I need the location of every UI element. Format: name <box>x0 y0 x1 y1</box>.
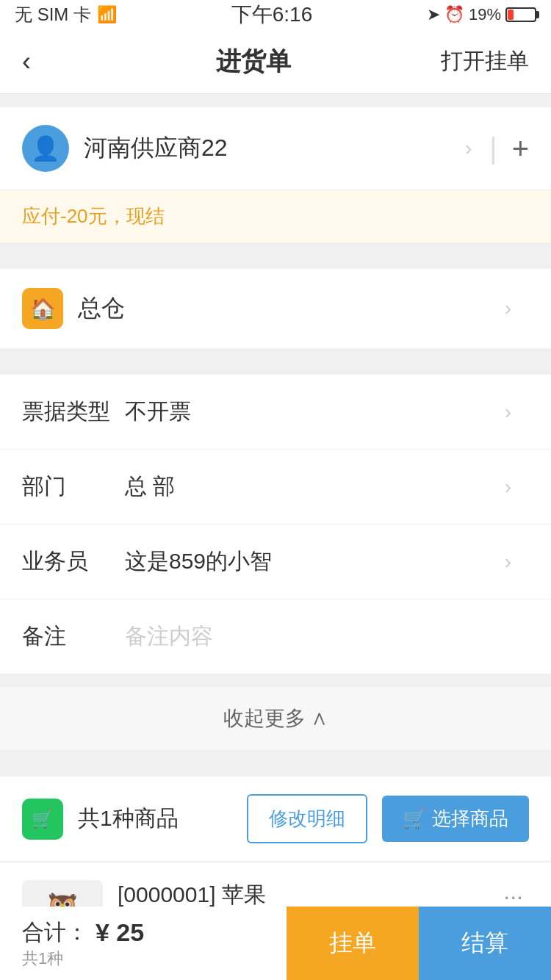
status-bar-right: ➤ ⏰ 19% <box>427 5 536 24</box>
warehouse-icon: 🏠 <box>22 288 63 329</box>
back-button[interactable]: ‹ <box>22 46 66 77</box>
department-value: 总 部 <box>125 472 505 502</box>
supplier-avatar: 👤 <box>22 125 69 172</box>
salesman-chevron-icon: › <box>505 550 511 574</box>
bottom-bar: 合计： ¥ 25 共1种 挂单 结算 <box>0 907 551 980</box>
payment-notice: 应付-20元，现结 <box>0 190 551 242</box>
collapse-row[interactable]: 收起更多 ∧ <box>0 687 551 750</box>
select-product-label: 选择商品 <box>432 806 508 832</box>
products-header: 🛒 共1种商品 修改明细 🛒 选择商品 <box>0 777 551 861</box>
battery-icon <box>505 7 536 22</box>
status-bar-time: 下午6:16 <box>231 1 313 29</box>
warehouse-chevron-icon: › <box>505 297 511 320</box>
salesman-value: 这是859的小智 <box>125 547 505 577</box>
select-product-button[interactable]: 🛒 选择商品 <box>382 796 529 842</box>
warehouse-section: 🏠 总仓 › <box>0 269 551 348</box>
supplier-row[interactable]: 👤 河南供应商22 › | + <box>0 107 551 190</box>
checkout-button[interactable]: 结算 <box>419 907 551 980</box>
department-row[interactable]: 部门 总 部 › <box>0 450 551 525</box>
warehouse-name: 总仓 <box>78 292 505 325</box>
department-label: 部门 <box>22 472 125 502</box>
page-title: 进货单 <box>216 45 291 79</box>
salesman-label: 业务员 <box>22 547 125 577</box>
wifi-icon: 📶 <box>97 5 117 24</box>
total-row: 合计： ¥ 25 <box>22 918 264 948</box>
supplier-chevron-icon: › <box>465 137 472 160</box>
product-title: 苹果 <box>222 882 266 907</box>
location-icon: ➤ <box>427 5 440 24</box>
edit-details-button[interactable]: 修改明细 <box>247 794 367 843</box>
carrier-label: 无 SIM 卡 <box>15 3 91 26</box>
product-code: [0000001] <box>118 882 215 907</box>
total-amount: ¥ 25 <box>96 918 144 947</box>
product-name: [0000001] 苹果 <box>118 880 483 910</box>
bottom-summary: 合计： ¥ 25 共1种 <box>0 907 287 980</box>
products-icon: 🛒 <box>22 799 63 840</box>
collapse-label: 收起更多 ∧ <box>223 707 328 729</box>
avatar-icon: 👤 <box>31 134 60 162</box>
supplier-name: 河南供应商22 <box>84 132 465 165</box>
vertical-divider: | <box>489 132 497 165</box>
remark-row[interactable]: 备注 备注内容 <box>0 599 551 674</box>
invoice-type-label: 票据类型 <box>22 397 125 427</box>
invoice-type-value: 不开票 <box>125 397 505 427</box>
invoice-type-row[interactable]: 票据类型 不开票 › <box>0 375 551 450</box>
battery-percentage: 19% <box>469 5 501 24</box>
department-chevron-icon: › <box>505 475 511 499</box>
section-gap-3 <box>0 348 551 361</box>
section-gap-2 <box>0 242 551 256</box>
section-gap-1 <box>0 94 551 107</box>
home-icon: 🏠 <box>30 297 56 321</box>
open-suspend-button[interactable]: 打开挂单 <box>441 46 529 76</box>
add-supplier-button[interactable]: + <box>512 132 529 165</box>
total-label: 合计： <box>22 918 88 948</box>
status-bar-left: 无 SIM 卡 📶 <box>15 3 117 26</box>
alarm-icon: ⏰ <box>444 5 464 24</box>
cart-icon: 🛒 <box>32 809 54 829</box>
supplier-section: 👤 河南供应商22 › | + 应付-20元，现结 <box>0 107 551 242</box>
invoice-chevron-icon: › <box>505 400 511 424</box>
section-gap-4 <box>0 750 551 763</box>
remark-label: 备注 <box>22 621 125 652</box>
nav-bar: ‹ 进货单 打开挂单 <box>0 29 551 94</box>
warehouse-row[interactable]: 🏠 总仓 › <box>0 269 551 348</box>
remark-input[interactable]: 备注内容 <box>125 621 529 652</box>
select-cart-icon: 🛒 <box>403 807 426 830</box>
form-section: 票据类型 不开票 › 部门 总 部 › 业务员 这是859的小智 › 备注 备注… <box>0 375 551 674</box>
status-bar: 无 SIM 卡 📶 下午6:16 ➤ ⏰ 19% <box>0 0 551 29</box>
item-count: 共1种 <box>22 948 264 970</box>
salesman-row[interactable]: 业务员 这是859的小智 › <box>0 525 551 599</box>
products-count: 共1种商品 <box>78 804 232 834</box>
suspend-button[interactable]: 挂单 <box>287 907 419 980</box>
